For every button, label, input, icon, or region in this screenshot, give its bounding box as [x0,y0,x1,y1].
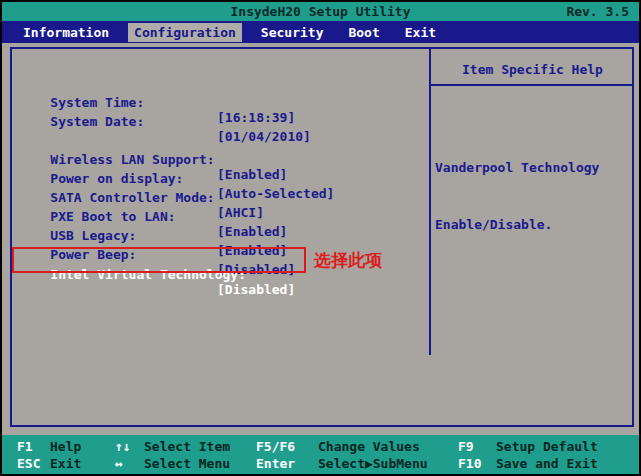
help-panel-title: Item Specific Help [432,62,633,77]
key-label: Exit [50,456,81,471]
tab-security[interactable]: Security [255,23,330,42]
tab-configuration[interactable]: Configuration [128,23,242,42]
key-label: Setup Default [496,439,598,454]
tab-exit[interactable]: Exit [399,23,442,42]
setting-row-sata-mode[interactable]: SATA Controller Mode: [AHCI] [19,175,423,191]
setting-row-power-on-display[interactable]: Power on display: [Auto-Selected] [19,156,423,172]
leftright-arrows-icon: ↔ [115,456,123,471]
setting-row-system-date[interactable]: System Date: [01/04/2010] [19,99,423,115]
key-enter: Enter [256,456,295,471]
title-bar: InsydeH20 Setup Utility Rev. 3.5 [2,2,639,21]
annotation-text: 选择此项 [314,249,382,272]
panel-divider [429,49,431,355]
revision-label: Rev. 3.5 [566,2,629,21]
setting-label: System Date: [50,114,144,129]
help-line: Enable/Disable. [435,215,599,234]
app-title: InsydeH20 Setup Utility [230,4,410,19]
setting-value: [Disabled] [217,282,295,297]
key-f9: F9 [458,439,474,454]
key-esc: ESC [17,456,40,471]
key-label: Select Item [144,439,230,454]
key-label: Save and Exit [496,456,598,471]
setting-row-wireless-lan[interactable]: Wireless LAN Support: [Enabled] [19,137,423,153]
setting-row-pxe-boot[interactable]: PXE Boot to LAN: [Enabled] [19,194,423,210]
setting-row-power-beep[interactable]: Power Beep: [Disabled] [19,232,423,248]
tab-boot[interactable]: Boot [342,23,385,42]
key-label: Change Values [318,439,420,454]
key-f10: F10 [458,456,481,471]
help-panel-text: Vanderpool Technology Enable/Disable. [435,120,599,272]
key-label: Select Menu [144,456,230,471]
help-line: Vanderpool Technology [435,158,599,177]
bios-setup-screen: InsydeH20 Setup Utility Rev. 3.5 Informa… [0,0,641,476]
key-label: Help [50,439,81,454]
updown-arrows-icon: ↑↓ [115,439,131,454]
key-label: Select▶SubMenu [318,456,428,471]
key-f5f6: F5/F6 [256,439,295,454]
setting-row-usb-legacy[interactable]: USB Legacy: [Enabled] [19,213,423,229]
tab-information[interactable]: Information [17,23,115,42]
highlight-box [12,247,306,273]
help-panel-separator [431,84,633,86]
menu-bar: Information Configuration Security Boot … [2,21,639,43]
footer-bar: F1 Help ↑↓ Select Item F5/F6 Change Valu… [2,435,639,474]
key-f1: F1 [17,439,33,454]
setting-row-system-time[interactable]: System Time: [16:18:39] [19,80,423,96]
